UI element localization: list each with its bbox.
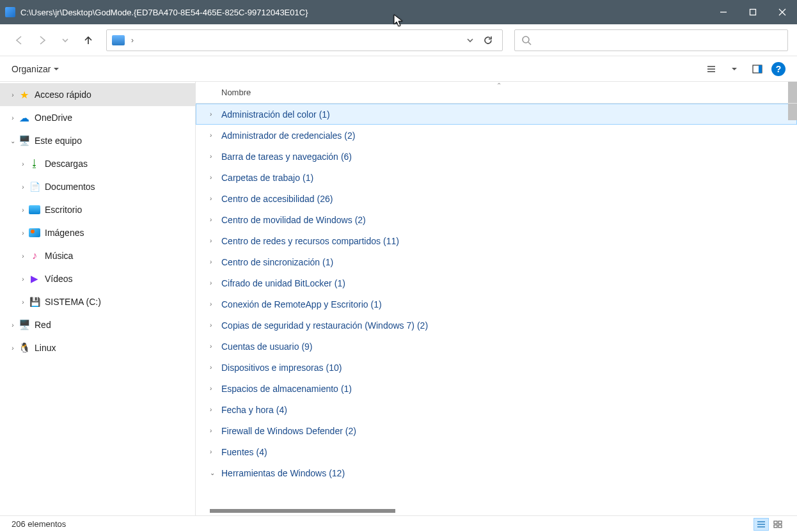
group-chevron-icon[interactable]: ›	[210, 448, 219, 455]
minimize-button[interactable]	[709, 0, 738, 24]
svg-rect-10	[759, 65, 762, 73]
group-chevron-icon[interactable]: ⌄	[210, 469, 219, 476]
organize-menu[interactable]: Organizar	[12, 64, 59, 74]
sidebar-item-label: Acceso rápido	[35, 90, 91, 100]
expand-chevron-icon[interactable]: ›	[8, 91, 18, 98]
group-chevron-icon[interactable]: ›	[210, 406, 219, 413]
sidebar-item-documentos[interactable]: ›📄Documentos	[0, 175, 195, 198]
group-header[interactable]: ›Cifrado de unidad BitLocker(1)	[196, 272, 797, 293]
up-button[interactable]	[78, 30, 99, 51]
group-count: (2)	[345, 426, 356, 436]
group-header[interactable]: ›Centro de redes y recursos compartidos(…	[196, 230, 797, 251]
group-chevron-icon[interactable]: ›	[210, 258, 219, 265]
group-header[interactable]: ›Administración del color(1)	[196, 104, 797, 125]
sidebar-item-sistema-c-[interactable]: ›💾SISTEMA (C:)	[0, 290, 195, 313]
horizontal-scrollbar[interactable]	[196, 506, 797, 515]
sidebar-item-onedrive[interactable]: ›☁OneDrive	[0, 106, 195, 129]
close-button[interactable]	[768, 0, 797, 24]
navigation-tree: ›★Acceso rápido›☁OneDrive⌄🖥️Este equipo›…	[0, 82, 196, 515]
refresh-button[interactable]	[479, 31, 497, 49]
sidebar-item-im-genes[interactable]: ›Imágenes	[0, 221, 195, 244]
expand-chevron-icon[interactable]: ›	[18, 160, 28, 168]
large-icons-view-button[interactable]	[770, 518, 785, 531]
group-count: (1)	[303, 173, 313, 183]
group-count: (10)	[326, 363, 342, 373]
svg-rect-14	[774, 521, 777, 524]
group-name: Espacios de almacenamiento	[221, 384, 338, 394]
view-options-button[interactable]	[702, 60, 720, 78]
recent-locations-button[interactable]	[55, 30, 75, 51]
address-dropdown-button[interactable]	[461, 31, 479, 49]
group-chevron-icon[interactable]: ›	[210, 343, 219, 350]
item-list: ›Administración del color(1)›Administrad…	[196, 104, 797, 506]
sidebar-item-v-deos[interactable]: ›▶Vídeos	[0, 267, 195, 290]
group-header[interactable]: ›Barra de tareas y navegación(6)	[196, 146, 797, 167]
group-chevron-icon[interactable]: ›	[210, 364, 219, 371]
expand-chevron-icon[interactable]: ›	[18, 184, 28, 191]
view-dropdown-button[interactable]	[725, 60, 743, 78]
forward-button[interactable]	[32, 30, 52, 51]
group-header[interactable]: ›Dispositivos e impresoras(10)	[196, 357, 797, 378]
group-chevron-icon[interactable]: ›	[210, 427, 219, 434]
breadcrumb-chevron-icon[interactable]: ›	[131, 36, 134, 45]
group-header[interactable]: ›Copias de seguridad y restauración (Win…	[196, 315, 797, 336]
group-header[interactable]: ›Centro de movilidad de Windows(2)	[196, 209, 797, 230]
group-chevron-icon[interactable]: ›	[210, 216, 219, 223]
maximize-button[interactable]	[738, 0, 768, 24]
group-header[interactable]: ›Firewall de Windows Defender(2)	[196, 420, 797, 441]
preview-pane-button[interactable]	[748, 60, 766, 78]
control-panel-icon	[112, 35, 125, 45]
group-chevron-icon[interactable]: ›	[210, 385, 219, 392]
group-header[interactable]: ›Centro de accesibilidad(26)	[196, 188, 797, 209]
group-count: (26)	[317, 194, 333, 204]
group-chevron-icon[interactable]: ›	[210, 301, 219, 308]
group-chevron-icon[interactable]: ›	[210, 279, 219, 286]
group-header[interactable]: ›Centro de sincronización(1)	[196, 251, 797, 272]
group-header[interactable]: ›Conexión de RemoteApp y Escritorio(1)	[196, 293, 797, 315]
sidebar-item-label: Este equipo	[35, 136, 82, 146]
expand-chevron-icon[interactable]: ›	[8, 345, 18, 352]
group-header[interactable]: ›Fuentes(4)	[196, 441, 797, 462]
expand-chevron-icon[interactable]: ›	[8, 322, 18, 329]
sidebar-item-label: Escritorio	[45, 205, 82, 215]
group-chevron-icon[interactable]: ›	[210, 195, 219, 202]
group-chevron-icon[interactable]: ›	[210, 132, 219, 139]
sidebar-item-acceso-r-pido[interactable]: ›★Acceso rápido	[0, 83, 195, 106]
group-header[interactable]: ›Cuentas de usuario(9)	[196, 336, 797, 357]
details-view-button[interactable]	[754, 518, 769, 531]
title-bar: C:\Users\jr\Desktop\GodMode.{ED7BA470-8E…	[0, 0, 797, 24]
back-button[interactable]	[9, 30, 29, 51]
group-name: Carpetas de trabajo	[221, 173, 300, 183]
sidebar-item-red[interactable]: ›🖥️Red	[0, 313, 195, 336]
group-chevron-icon[interactable]: ›	[210, 237, 219, 244]
sidebar-item-linux[interactable]: ›🐧Linux	[0, 336, 195, 359]
expand-chevron-icon[interactable]: ›	[18, 299, 28, 306]
group-count: (12)	[329, 468, 345, 478]
expand-chevron-icon[interactable]: ›	[18, 253, 28, 260]
group-chevron-icon[interactable]: ›	[210, 322, 219, 329]
search-box[interactable]	[514, 29, 788, 51]
sidebar-item-m-sica[interactable]: ›♪Música	[0, 244, 195, 267]
group-header[interactable]: ⌄Herramientas de Windows(12)	[196, 462, 797, 483]
expand-chevron-icon[interactable]: ⌄	[8, 137, 18, 145]
scrollbar-thumb[interactable]	[210, 509, 395, 513]
app-icon	[5, 7, 15, 17]
expand-chevron-icon[interactable]: ›	[18, 230, 28, 237]
sidebar-item-descargas[interactable]: ›⭳Descargas	[0, 152, 195, 175]
expand-chevron-icon[interactable]: ›	[18, 276, 28, 283]
group-header[interactable]: ›Carpetas de trabajo(1)	[196, 167, 797, 188]
help-button[interactable]: ?	[771, 62, 785, 76]
sidebar-item-escritorio[interactable]: ›Escritorio	[0, 198, 195, 221]
group-header[interactable]: ›Fecha y hora(4)	[196, 399, 797, 420]
address-bar[interactable]: ›	[106, 29, 503, 51]
column-header[interactable]: Nombre ⌃	[196, 82, 797, 104]
group-header[interactable]: ›Espacios de almacenamiento(1)	[196, 378, 797, 399]
group-chevron-icon[interactable]: ›	[210, 153, 219, 160]
group-chevron-icon[interactable]: ›	[210, 174, 219, 181]
sidebar-item-este-equipo[interactable]: ⌄🖥️Este equipo	[0, 129, 195, 152]
group-header[interactable]: ›Administrador de credenciales(2)	[196, 125, 797, 146]
expand-chevron-icon[interactable]: ›	[18, 207, 28, 214]
expand-chevron-icon[interactable]: ›	[8, 114, 18, 121]
svg-point-4	[523, 36, 529, 43]
group-chevron-icon[interactable]: ›	[210, 111, 219, 118]
